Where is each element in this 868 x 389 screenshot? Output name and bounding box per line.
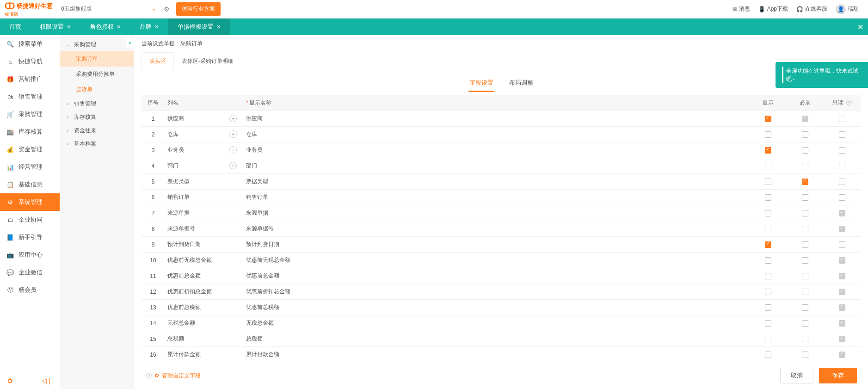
checkbox[interactable] xyxy=(802,210,808,216)
tab-首页[interactable]: 首页 xyxy=(0,19,31,35)
tab-单据模板设置[interactable]: 单据模板设置✕ xyxy=(168,19,230,35)
checkbox[interactable] xyxy=(765,226,771,232)
cell-display[interactable]: 优惠前无税总金额 xyxy=(243,253,750,268)
sidebar-item-经营管理[interactable]: 📊经营管理 xyxy=(0,158,60,176)
help-icon[interactable]: ? xyxy=(146,373,152,378)
checkbox[interactable] xyxy=(839,194,845,201)
sidebar-item-营销推广[interactable]: 🎁营销推广 xyxy=(0,70,60,88)
checkbox[interactable] xyxy=(765,147,771,154)
subnav-group-采购管理[interactable]: ⌄采购管理 xyxy=(60,38,134,51)
plus-icon[interactable]: + xyxy=(229,146,237,154)
cell-display[interactable]: 总税额 xyxy=(243,331,750,347)
subnav-group-基本档案[interactable]: ›基本档案 xyxy=(60,137,134,151)
plus-icon[interactable]: + xyxy=(229,162,237,169)
close-icon[interactable]: ✕ xyxy=(117,24,121,30)
subnav-collapse-icon[interactable]: « xyxy=(126,37,134,48)
checkbox[interactable] xyxy=(765,320,771,327)
subnav-leaf-采购订单[interactable]: 采购订单 xyxy=(60,51,134,67)
checkbox[interactable] xyxy=(765,116,771,122)
subnav-group-销售管理[interactable]: ›销售管理 xyxy=(60,97,134,111)
sidebar-item-系统管理[interactable]: ⚙系统管理 xyxy=(0,193,60,211)
settings-gear-icon[interactable]: ⚙ xyxy=(157,6,176,13)
checkbox[interactable] xyxy=(765,336,771,342)
sidebar-item-采购管理[interactable]: 🛒采购管理 xyxy=(0,105,60,123)
tab-角色授权[interactable]: 角色授权✕ xyxy=(80,19,130,35)
subnav-group-资金往来[interactable]: ›资金往来 xyxy=(60,124,134,137)
sidebar-item-基础信息[interactable]: 📋基础信息 xyxy=(0,176,60,193)
checkbox[interactable] xyxy=(765,241,771,248)
checkbox[interactable] xyxy=(839,147,845,154)
manage-custom-fields-link[interactable]: 管理自定义字段 xyxy=(162,372,201,380)
checkbox[interactable] xyxy=(802,226,808,232)
checkbox[interactable] xyxy=(802,241,808,248)
section-tab-字段设置[interactable]: 字段设置 xyxy=(468,77,494,92)
checkbox[interactable] xyxy=(802,257,808,264)
fields-table-wrap[interactable]: 序号 列名 *显示名称 显示 必录 只读 ? 1 供应商+ 供应商 2 仓库+ … xyxy=(142,95,861,362)
checkbox[interactable] xyxy=(765,289,771,295)
sidebar-collapse-icon[interactable]: ◁❘ xyxy=(42,377,52,384)
close-icon[interactable]: ✕ xyxy=(67,24,71,30)
plus-icon[interactable]: + xyxy=(229,130,237,138)
checkbox[interactable] xyxy=(802,352,808,358)
cell-display[interactable]: 无税总金额 xyxy=(243,315,750,331)
checkbox[interactable] xyxy=(802,320,808,327)
checkbox[interactable] xyxy=(802,147,808,154)
subnav-group-库存核算[interactable]: ›库存核算 xyxy=(60,111,134,124)
messages-link[interactable]: ✉消息 xyxy=(733,5,750,13)
sidebar-settings-icon[interactable]: ✿ xyxy=(7,377,13,384)
fullscreen-tip[interactable]: 全屏功能在这里哦，快来试试吧~ xyxy=(776,62,868,88)
checkbox[interactable] xyxy=(765,131,771,138)
checkbox[interactable] xyxy=(839,241,845,248)
sidebar-item-库存核算[interactable]: 🏬库存核算 xyxy=(0,123,60,141)
checkbox[interactable] xyxy=(802,131,808,138)
sidebar-item-企业微信[interactable]: 💬企业微信 xyxy=(0,264,60,281)
sidebar-item-销售管理[interactable]: 🛍销售管理 xyxy=(0,88,60,105)
checkbox[interactable] xyxy=(802,336,808,342)
close-all-tabs-icon[interactable]: ✕ xyxy=(857,19,863,35)
save-button[interactable]: 保存 xyxy=(819,368,857,383)
sidebar-item-快捷导航[interactable]: ⌂快捷导航 xyxy=(0,53,60,70)
checkbox[interactable] xyxy=(802,289,808,295)
checkbox[interactable] xyxy=(839,179,845,185)
sidebar-item-畅会员[interactable]: Ⓥ畅会员 xyxy=(0,281,60,299)
cancel-button[interactable]: 取消 xyxy=(780,368,813,383)
tab-权限设置[interactable]: 权限设置✕ xyxy=(31,19,80,35)
checkbox[interactable] xyxy=(765,257,771,264)
checkbox[interactable] xyxy=(765,352,771,358)
checkbox[interactable] xyxy=(802,179,808,185)
cell-display[interactable]: 来源单据 xyxy=(243,205,750,221)
cell-display[interactable]: 票据类型 xyxy=(243,174,750,190)
inner-tab-表头区[interactable]: 表头区 xyxy=(142,52,174,70)
checkbox[interactable] xyxy=(765,210,771,216)
sidebar-item-资金管理[interactable]: 💰资金管理 xyxy=(0,141,60,158)
help-icon[interactable]: ? xyxy=(846,100,852,105)
sidebar-item-应用中心[interactable]: 📺应用中心 xyxy=(0,246,60,264)
checkbox[interactable] xyxy=(765,179,771,185)
support-link[interactable]: 🎧在线客服 xyxy=(796,5,827,13)
subnav-leaf-采购费用分摊单[interactable]: 采购费用分摊单 xyxy=(60,67,134,82)
cell-display[interactable]: 业务员 xyxy=(243,142,750,158)
experience-button[interactable]: 体验行业方案 xyxy=(176,2,221,16)
cell-display[interactable]: 仓库 xyxy=(243,127,750,142)
checkbox[interactable] xyxy=(839,116,845,122)
inner-tab-表体区-采购订单明细[interactable]: 表体区-采购订单明细 xyxy=(174,52,241,70)
checkbox[interactable] xyxy=(765,304,771,311)
checkbox[interactable] xyxy=(765,163,771,169)
checkbox[interactable] xyxy=(802,304,808,311)
close-icon[interactable]: ✕ xyxy=(154,24,159,30)
cell-display[interactable]: 预计到货日期 xyxy=(243,237,750,253)
cell-display[interactable]: 累计付款金额 xyxy=(243,347,750,362)
checkbox[interactable] xyxy=(802,194,808,201)
cell-display[interactable]: 销售订单 xyxy=(243,190,750,205)
cell-display[interactable]: 来源单据号 xyxy=(243,221,750,237)
close-icon[interactable]: ✕ xyxy=(216,24,221,30)
cell-display[interactable]: 供应商 xyxy=(243,111,750,127)
cell-display[interactable]: 优惠前总金额 xyxy=(243,268,750,284)
sidebar-item-搜索菜单[interactable]: 🔍搜索菜单 xyxy=(0,35,60,53)
checkbox[interactable] xyxy=(765,194,771,201)
app-download-link[interactable]: 📱App下载 xyxy=(758,5,788,13)
sidebar-item-企业协同[interactable]: 🗂企业协同 xyxy=(0,211,60,228)
checkbox[interactable] xyxy=(802,163,808,169)
cell-display[interactable]: 部门 xyxy=(243,158,750,174)
section-tab-布局调整[interactable]: 布局调整 xyxy=(508,77,534,92)
